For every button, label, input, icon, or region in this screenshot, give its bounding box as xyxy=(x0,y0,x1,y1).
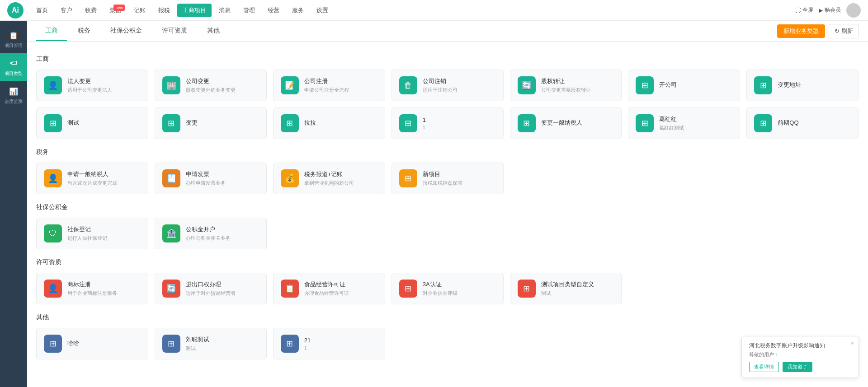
card-title: 3A认证 xyxy=(423,280,496,289)
logo-text: Ai xyxy=(12,6,19,14)
card-item[interactable]: 📋食品经营许可证办理食品经营许可证 xyxy=(273,273,385,304)
card-item[interactable]: ⊞变更一般纳税人 xyxy=(510,107,622,139)
cards-grid: 👤申请一般纳税人当月或次月成变更完成🧾申请发票办理申请发票业务💰税务报道+记账拿… xyxy=(36,163,859,194)
card-item[interactable]: ⊞葛红红葛红红测试 xyxy=(628,107,740,139)
card-icon: ⊞ xyxy=(281,114,299,132)
nav-item-服务[interactable]: 服务 xyxy=(287,4,309,17)
sub-tab-社保公积金[interactable]: 社保公积金 xyxy=(101,21,151,41)
card-desc: 申请公司注册全流程 xyxy=(304,87,377,93)
nav-item-报税[interactable]: 报税 xyxy=(153,4,175,17)
card-title: 商标注册 xyxy=(67,280,141,289)
card-icon: 🏦 xyxy=(162,224,180,242)
nav-item-客户[interactable]: 客户 xyxy=(55,4,78,17)
card-text: 211 xyxy=(304,337,377,350)
fullscreen-label: 全屏 xyxy=(802,6,813,14)
fullscreen-btn[interactable]: ⛶ 全屏 xyxy=(795,6,813,14)
main-content: 工商税务社保公积金许可资质其他 新增业务类型 ↻ 刷新 工商👤法人变更适用于公司… xyxy=(27,21,868,387)
card-title: 社保登记 xyxy=(67,225,141,233)
card-item[interactable]: 👤申请一般纳税人当月或次月成变更完成 xyxy=(36,163,148,194)
card-item[interactable]: ⊞测试 xyxy=(36,107,148,139)
card-item[interactable]: 🏦公积金开户办理公积金相关业务 xyxy=(155,218,267,249)
nav-item-管理[interactable]: 管理 xyxy=(238,4,260,17)
card-icon: 👤 xyxy=(44,76,62,94)
card-desc: 办理申请发票业务 xyxy=(186,180,259,187)
sidebar-item-进度监测[interactable]: 📊进度监测 xyxy=(0,81,27,109)
card-icon: 🛡 xyxy=(44,224,62,242)
sub-tab-工商[interactable]: 工商 xyxy=(36,21,67,41)
sidebar-item-项目类型[interactable]: 🏷项目类型 xyxy=(0,53,27,81)
member-btn[interactable]: ▶ 畅会员 xyxy=(819,6,841,14)
card-icon: 👤 xyxy=(44,280,62,298)
nav-item-记账[interactable]: 记账 xyxy=(128,4,151,17)
add-type-button[interactable]: 新增业务类型 xyxy=(777,24,825,38)
card-text: 申请一般纳税人当月或次月成变更完成 xyxy=(67,170,141,187)
nav-item-消息[interactable]: 消息 xyxy=(213,4,236,17)
nav-item-首页[interactable]: 首页 xyxy=(31,4,53,17)
card-item[interactable]: ⊞测试项目类型自定义测试 xyxy=(510,273,622,304)
card-item[interactable]: ⊞前期QQ xyxy=(746,107,859,139)
card-title: 变更一般纳税人 xyxy=(541,119,614,127)
card-icon: ⊞ xyxy=(399,169,417,187)
card-icon: ⊞ xyxy=(636,76,654,94)
sub-tab-税务[interactable]: 税务 xyxy=(69,21,99,41)
card-icon: 🗑 xyxy=(399,76,417,94)
card-item[interactable]: 👤法人变更适用于公司变更法人 xyxy=(36,70,148,101)
card-item[interactable]: 🏢公司变更股权变更外的业务变更 xyxy=(155,70,267,101)
section-title: 税务 xyxy=(36,148,859,156)
card-icon: 💰 xyxy=(281,169,299,187)
refresh-button[interactable]: ↻ 刷新 xyxy=(829,24,859,38)
card-text: 申请发票办理申请发票业务 xyxy=(186,170,259,187)
card-title: 前期QQ xyxy=(778,119,851,127)
card-item[interactable]: ⊞11 xyxy=(392,107,504,139)
card-item[interactable]: 🔄股权转让公司变更需要股权转让 xyxy=(510,70,622,101)
sidebar-item-项目管理[interactable]: 📋项目管理 xyxy=(0,25,27,53)
card-item[interactable]: 🛡社保登记进行人员社保登记 xyxy=(36,218,148,249)
card-text: 哈哈 xyxy=(67,339,141,349)
card-desc: 适用于对外贸易经营者 xyxy=(186,290,259,297)
card-item[interactable]: ⊞211 xyxy=(273,328,385,359)
sub-tabs-list: 工商税务社保公积金许可资质其他 xyxy=(36,21,231,41)
card-item[interactable]: ⊞变更 xyxy=(155,107,267,139)
nav-item-经营[interactable]: 经营 xyxy=(262,4,285,17)
card-item[interactable]: ⊞开公司 xyxy=(628,70,740,101)
notification-actions: 查看详情 我知道了 xyxy=(749,362,851,372)
nav-item-票据[interactable]: 票据new xyxy=(104,4,127,17)
logo: Ai xyxy=(7,2,24,19)
nav-item-工商项目[interactable]: 工商项目 xyxy=(177,4,212,17)
card-title: 刘聪测试 xyxy=(186,336,259,344)
card-item[interactable]: ⊞刘聪测试测试 xyxy=(155,328,267,359)
nav-item-设置[interactable]: 设置 xyxy=(311,4,334,17)
card-item[interactable]: ⊞哈哈 xyxy=(36,328,148,359)
card-item[interactable]: ⊞新项目报税加税控盘保管 xyxy=(392,163,504,194)
notification-confirm-button[interactable]: 我知道了 xyxy=(783,362,812,372)
card-item[interactable]: 🧾申请发票办理申请发票业务 xyxy=(155,163,267,194)
card-text: 变更一般纳税人 xyxy=(541,119,614,128)
nav-item-收费[interactable]: 收费 xyxy=(80,4,102,17)
card-text: 测试 xyxy=(67,119,141,128)
card-item[interactable]: 🔄进出口权办理适用于对外贸易经营者 xyxy=(155,273,267,304)
card-desc: 拿到营业执照的新公司 xyxy=(304,180,377,187)
card-item[interactable]: 🗑公司注销适用于注销公司 xyxy=(392,70,504,101)
card-desc: 测试 xyxy=(541,290,614,297)
cards-grid: ⊞哈哈⊞刘聪测试测试⊞211 xyxy=(36,328,859,359)
sub-tab-许可资质[interactable]: 许可资质 xyxy=(153,21,196,41)
card-title: 开公司 xyxy=(659,81,732,89)
notification-close-icon[interactable]: × xyxy=(851,340,854,346)
section-title: 社保公积金 xyxy=(36,203,859,211)
card-title: 测试项目类型自定义 xyxy=(541,280,614,289)
card-item[interactable]: 📝公司注册申请公司注册全流程 xyxy=(273,70,385,101)
card-text: 公司注销适用于注销公司 xyxy=(423,77,496,93)
sub-tab-其他[interactable]: 其他 xyxy=(198,21,229,41)
card-item[interactable]: 💰税务报道+记账拿到营业执照的新公司 xyxy=(273,163,385,194)
card-text: 变更地址 xyxy=(778,81,851,90)
notification-detail-button[interactable]: 查看详情 xyxy=(749,362,779,372)
card-title: 葛红红 xyxy=(659,115,732,123)
card-icon: ⊞ xyxy=(162,335,180,353)
card-item[interactable]: ⊞3A认证对企业信誉评级 xyxy=(392,273,504,304)
card-item[interactable]: ⊞变更地址 xyxy=(746,70,859,101)
avatar[interactable] xyxy=(846,3,861,18)
card-text: 公积金开户办理公积金相关业务 xyxy=(186,225,259,242)
card-item[interactable]: 👤商标注册用于企业商标注册服务 xyxy=(36,273,148,304)
card-item[interactable]: ⊞拉拉 xyxy=(273,107,385,139)
card-text: 法人变更适用于公司变更法人 xyxy=(67,77,141,93)
